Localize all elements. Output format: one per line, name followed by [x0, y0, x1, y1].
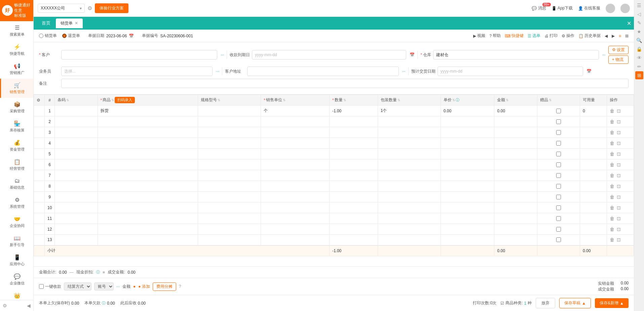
row-price-11[interactable]	[441, 224, 494, 235]
online-service-button[interactable]: 👤 在线客服	[578, 5, 600, 11]
row-spec-10[interactable]	[198, 213, 261, 224]
row-copy-4[interactable]: ⊡	[617, 151, 621, 157]
calendar-icon[interactable]: 📅	[129, 34, 134, 38]
row-gift-8[interactable]	[537, 192, 580, 202]
note-input[interactable]	[61, 79, 629, 88]
operate-btn[interactable]: ⚙ 操作	[562, 33, 574, 39]
row-qty-5[interactable]	[329, 159, 378, 170]
row-copy-7[interactable]: ⊡	[617, 184, 621, 189]
row-copy-8[interactable]: ⊡	[617, 194, 621, 200]
row-qty-0[interactable]: -1.00	[329, 106, 378, 116]
expected-date-calendar-icon[interactable]: 📅	[586, 69, 592, 74]
row-gift-3[interactable]	[537, 138, 580, 149]
row-price-0[interactable]: 0.00	[441, 106, 494, 116]
row-price-7[interactable]	[441, 181, 494, 192]
sidebar-item-3[interactable]: 🛒 销售管理	[0, 79, 33, 98]
row-gift-cb-1[interactable]	[556, 119, 561, 124]
row-unit-6[interactable]	[261, 170, 330, 181]
sidebar-item-1[interactable]: ⚡ 快捷导航	[0, 40, 33, 60]
row-gift-cb-12[interactable]	[556, 237, 561, 242]
row-delete-12[interactable]: 🗑	[610, 237, 614, 242]
row-gift-cb-6[interactable]	[556, 173, 561, 178]
row-price-10[interactable]	[441, 213, 494, 224]
row-unit-9[interactable]	[261, 202, 330, 213]
row-delete-3[interactable]: 🗑	[610, 141, 614, 146]
row-product-11[interactable]	[98, 224, 198, 235]
row-delete-4[interactable]: 🗑	[610, 151, 614, 157]
row-spec-6[interactable]	[198, 170, 261, 181]
row-product-1[interactable]	[98, 116, 198, 127]
row-unit-8[interactable]	[261, 192, 330, 202]
sidebar-item-5[interactable]: 🏪 库存核算	[0, 117, 33, 136]
tab-sale-order[interactable]: 销货单 ✕	[56, 18, 83, 28]
row-pkg-qty-3[interactable]	[378, 138, 441, 149]
row-price-5[interactable]	[441, 159, 494, 170]
row-qty-7[interactable]	[329, 181, 378, 192]
rp-btn-3[interactable]: ✎	[635, 19, 643, 27]
row-barcode-10[interactable]	[55, 213, 98, 224]
row-qty-12[interactable]	[329, 235, 378, 245]
sidebar-item-10[interactable]: 🤝 企业协同	[0, 212, 33, 232]
row-spec-2[interactable]	[198, 127, 261, 138]
row-unit-12[interactable]	[261, 235, 330, 245]
user-avatar2[interactable]	[620, 4, 630, 13]
rp-btn-9[interactable]: ⊞	[635, 71, 643, 79]
row-gift-9[interactable]	[537, 202, 580, 213]
row-gift-cb-11[interactable]	[556, 227, 561, 232]
row-price-4[interactable]	[441, 149, 494, 159]
row-product-9[interactable]	[98, 202, 198, 213]
rp-btn-4[interactable]: ★	[635, 28, 643, 36]
radio-return[interactable]: 退货单	[62, 33, 80, 39]
row-product-6[interactable]	[98, 170, 198, 181]
row-amount-7[interactable]	[494, 181, 537, 192]
row-amount-11[interactable]	[494, 224, 537, 235]
row-spec-4[interactable]	[198, 149, 261, 159]
row-barcode-9[interactable]	[55, 202, 98, 213]
row-copy-10[interactable]: ⊡	[617, 216, 621, 221]
row-qty-3[interactable]	[329, 138, 378, 149]
prev-btn[interactable]: ◀	[605, 34, 608, 38]
row-delete-8[interactable]: 🗑	[610, 194, 614, 200]
one-pay-input[interactable]	[39, 284, 44, 289]
row-gift-cb-10[interactable]	[556, 216, 561, 221]
row-barcode-1[interactable]	[55, 116, 98, 127]
row-amount-1[interactable]	[494, 116, 537, 127]
row-unit-11[interactable]	[261, 224, 330, 235]
row-product-0[interactable]: 拆货	[98, 106, 198, 116]
customer-input[interactable]	[61, 50, 217, 60]
row-gift-10[interactable]	[537, 213, 580, 224]
row-gift-2[interactable]	[537, 127, 580, 138]
row-copy-0[interactable]: ⊡	[617, 108, 621, 114]
one-pay-checkbox[interactable]: 一键收款	[39, 284, 61, 289]
row-product-7[interactable]	[98, 181, 198, 192]
customer-dots[interactable]: ···	[221, 52, 224, 57]
row-spec-8[interactable]	[198, 192, 261, 202]
scan-button[interactable]: 扫码录入	[115, 97, 135, 103]
row-pkg-qty-10[interactable]	[378, 213, 441, 224]
user-avatar[interactable]	[606, 4, 615, 13]
row-qty-9[interactable]	[329, 202, 378, 213]
row-spec-9[interactable]	[198, 202, 261, 213]
sidebar-item-14[interactable]: 👑 畅会员	[0, 289, 33, 300]
row-spec-12[interactable]	[198, 235, 261, 245]
row-pkg-qty-5[interactable]	[378, 159, 441, 170]
sidebar-item-7[interactable]: 📋 经营管理	[0, 155, 33, 174]
row-gift-1[interactable]	[537, 116, 580, 127]
row-gift-6[interactable]	[537, 170, 580, 181]
row-amount-6[interactable]	[494, 170, 537, 181]
sidebar-item-2[interactable]: 📢 营销推广	[0, 60, 33, 79]
trial-button[interactable]: 体验行业方案	[95, 3, 128, 13]
save-new-button[interactable]: 保存&新增 ▲	[595, 298, 629, 308]
due-date-calendar-icon[interactable]: 📅	[410, 52, 415, 57]
row-barcode-0[interactable]	[55, 106, 98, 116]
settings-icon[interactable]: ⚙	[87, 5, 92, 11]
sidebar-item-4[interactable]: 📦 采购管理	[0, 98, 33, 117]
row-pkg-qty-12[interactable]	[378, 235, 441, 245]
row-delete-5[interactable]: 🗑	[610, 162, 614, 167]
row-pkg-qty-1[interactable]	[378, 116, 441, 127]
row-gift-5[interactable]	[537, 159, 580, 170]
rp-btn-5[interactable]: 🔍	[635, 36, 643, 44]
tab-close-icon[interactable]: ✕	[75, 21, 78, 26]
sidebar-settings-icon[interactable]: ⚙	[3, 303, 7, 308]
grid-view-btn[interactable]: ⊞	[625, 34, 629, 38]
